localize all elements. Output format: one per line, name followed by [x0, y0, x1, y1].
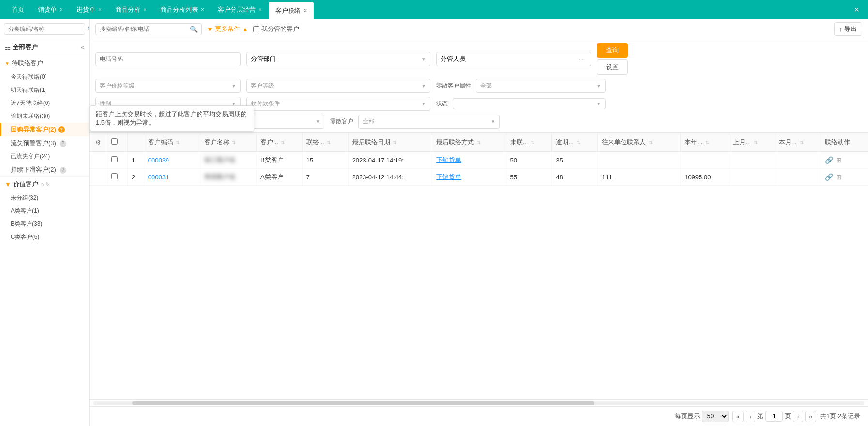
row1-code[interactable]: 000039 — [144, 152, 200, 169]
filter-dept[interactable]: 分管部门 ▼ — [246, 52, 430, 66]
nav-purchase[interactable]: 进货单 × — [70, 0, 108, 19]
close-product-list-icon[interactable]: × — [201, 6, 204, 13]
close-purchase-icon[interactable]: × — [98, 6, 102, 13]
close-analysis-icon[interactable]: × — [143, 6, 147, 13]
col-index — [127, 133, 144, 152]
row1-check[interactable] — [111, 156, 118, 162]
col-this-year[interactable]: 本年... ⇅ — [681, 133, 729, 152]
sidebar-item-b-class[interactable]: B类客户(33) — [0, 218, 89, 231]
export-btn[interactable]: ↑ 导出 — [834, 22, 863, 36]
filter-retail-attr-select[interactable]: 全部 ▼ — [476, 79, 606, 93]
row2-settings — [90, 169, 107, 186]
pending-group[interactable]: ▼ 待联络客户 — [0, 56, 89, 71]
sidebar-item-a-class[interactable]: A类客户(1) — [0, 205, 89, 218]
row2-this-year: 10995.00 — [681, 169, 729, 186]
sidebar-item-already-lost[interactable]: 已流失客户(24) — [0, 150, 89, 163]
prev-page-btn[interactable]: ‹ — [746, 411, 755, 422]
filter-status-select[interactable]: ▼ — [453, 98, 606, 109]
nav-customer-contact[interactable]: 客户联络 × — [269, 2, 314, 19]
pending-triangle-icon: ▼ — [5, 61, 10, 66]
window-close-btn[interactable]: × — [850, 5, 863, 15]
row1-last-method[interactable]: 下销货单 — [432, 152, 506, 169]
nav-home[interactable]: 首页 — [5, 0, 31, 19]
first-page-btn[interactable]: « — [732, 411, 744, 422]
filter-retail-customer-select[interactable]: 全部 ▼ — [358, 115, 500, 129]
filter-customer-level[interactable]: 客户等级 ▼ — [246, 79, 430, 93]
sidebar-collapse-icon[interactable]: « — [81, 44, 84, 51]
row2-check[interactable] — [111, 173, 118, 179]
col-settings[interactable]: ⚙ — [90, 133, 107, 152]
sidebar-item-declining[interactable]: 持续下滑客户(2) ? — [0, 163, 89, 176]
pagination-bar: 每页显示 50 100 200 « ‹ 第 页 › » 共1页 2条记录 — [90, 406, 868, 426]
my-customers-check[interactable] — [253, 26, 259, 32]
col-last-contact-method[interactable]: 最后联络方式 ⇅ — [432, 133, 506, 152]
col-contact[interactable]: 联络... ⇅ — [302, 133, 348, 152]
sidebar-item-7days[interactable]: 近7天待联络(0) — [0, 97, 89, 110]
row2-checkbox[interactable] — [107, 169, 127, 186]
filter-payment[interactable]: 收付款条件 ▼ — [246, 97, 430, 111]
row1-grid-action-icon[interactable]: ⊞ — [836, 156, 842, 164]
nav-product-list[interactable]: 商品分析列表 × — [153, 0, 211, 19]
sidebar-item-overdue[interactable]: 逾期未联络(30) — [0, 110, 89, 123]
nav-sales[interactable]: 销货单 × — [31, 0, 70, 19]
close-contact-icon[interactable]: × — [304, 7, 307, 14]
col-unread[interactable]: 未联... ⇅ — [506, 133, 552, 152]
filter-row-1: 电话号码 分管部门 ▼ 分管人员 ··· 查询 设置 — [95, 43, 862, 75]
row1-link-action-icon[interactable]: 🔗 — [825, 156, 833, 164]
value-customers-edit-icon[interactable]: ○ — [40, 181, 44, 188]
filter-search-input[interactable] — [100, 26, 190, 32]
my-customers-checkbox[interactable]: 我分管的客户 — [253, 25, 299, 33]
sidebar-item-today[interactable]: 今天待联络(0) — [0, 71, 89, 84]
close-sales-icon[interactable]: × — [60, 6, 63, 13]
sidebar-search-input[interactable] — [4, 23, 85, 35]
col-last-month[interactable]: 上月... ⇅ — [729, 133, 775, 152]
next-page-btn[interactable]: › — [793, 411, 803, 422]
setting-btn[interactable]: 设置 — [597, 59, 628, 75]
sidebar-item-lost-warning[interactable]: 流失预警客户(3) ? — [0, 136, 89, 150]
col-customer-level[interactable]: 客户... ⇅ — [256, 133, 302, 152]
code-sort-icon: ⇅ — [176, 140, 180, 145]
col-checkbox[interactable] — [107, 133, 127, 152]
last-page-btn[interactable]: » — [805, 411, 816, 422]
value-customers-edit2-icon[interactable]: ✎ — [45, 181, 50, 188]
col-unit-contact[interactable]: 往来单位联系人 ⇅ — [598, 133, 681, 152]
filter-search-icon[interactable]: 🔍 — [190, 26, 198, 33]
col-this-month[interactable]: 本月... ⇅ — [775, 133, 821, 152]
filter-phone[interactable]: 电话号码 — [95, 52, 241, 66]
horizontal-scrollbar[interactable] — [90, 399, 868, 406]
row1-level: B类客户 — [256, 152, 302, 169]
nav-product-analysis[interactable]: 商品分析 × — [108, 0, 153, 19]
lost-warning-help-icon[interactable]: ? — [60, 140, 66, 147]
row2-level: A类客户 — [256, 169, 302, 186]
row2-code[interactable]: 000031 — [144, 169, 200, 186]
query-btn[interactable]: 查询 — [597, 43, 628, 58]
sidebar-item-ungroup[interactable]: 未分组(32) — [0, 191, 89, 205]
row1-checkbox[interactable] — [107, 152, 127, 169]
sidebar-item-tomorrow[interactable]: 明天待联络(1) — [0, 84, 89, 97]
sidebar-item-repurchase-abnormal[interactable]: 回购异常客户(2) ? — [0, 123, 89, 136]
select-all-checkbox[interactable] — [111, 138, 118, 145]
declining-help-icon[interactable]: ? — [60, 167, 66, 174]
row2-link-action-icon[interactable]: 🔗 — [825, 173, 833, 181]
col-customer-name[interactable]: 客户名称 ⇅ — [200, 133, 256, 152]
page-number-input[interactable] — [765, 411, 783, 422]
col-overdue[interactable]: 逾期... ⇅ — [552, 133, 598, 152]
manager-dots[interactable]: ··· — [579, 56, 584, 63]
col-customer-code[interactable]: 客户编码 ⇅ — [144, 133, 200, 152]
row2-last-date: 2023-04-12 14:44: — [348, 169, 432, 186]
close-segment-icon[interactable]: × — [259, 6, 262, 13]
col-last-contact-date[interactable]: 最后联络日期 ⇅ — [348, 133, 432, 152]
row2-grid-action-icon[interactable]: ⊞ — [836, 173, 842, 181]
value-customers-header[interactable]: ▼ 价值客户 ○ ✎ — [0, 176, 89, 191]
more-conditions-btn[interactable]: ▼ 更多条件 ▲ — [207, 25, 248, 33]
filter-price-level[interactable]: 客户价格等级 ▼ — [95, 79, 241, 93]
date-sort-icon: ⇅ — [393, 140, 396, 145]
row2-last-method[interactable]: 下销货单 — [432, 169, 506, 186]
nav-customer-segment[interactable]: 客户分层经营 × — [211, 0, 269, 19]
scroll-thumb[interactable] — [132, 401, 594, 405]
all-customers-label[interactable]: ⚏ 全部客户 « — [0, 39, 89, 56]
repurchase-help-icon[interactable]: ? — [58, 126, 65, 133]
sidebar-item-c-class[interactable]: C类客户(6) — [0, 231, 89, 244]
per-page-select[interactable]: 50 100 200 — [702, 411, 729, 422]
filter-manager[interactable]: 分管人员 ··· — [436, 52, 591, 66]
